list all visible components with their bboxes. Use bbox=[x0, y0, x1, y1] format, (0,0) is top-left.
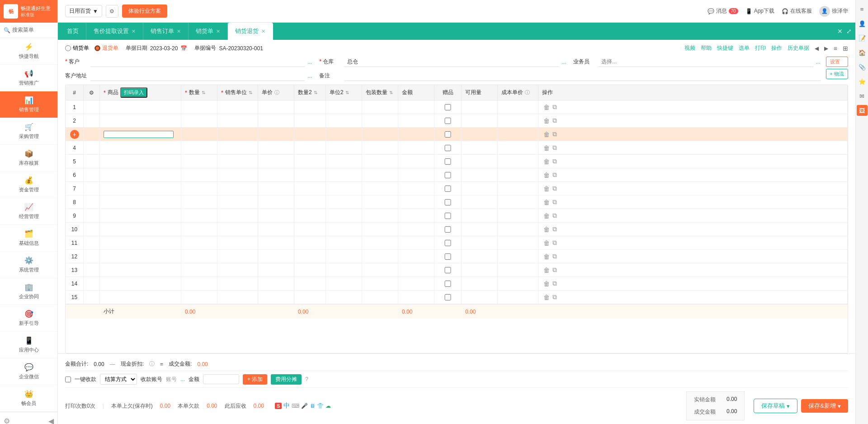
warehouse-lookup-button[interactable]: ... bbox=[561, 59, 566, 65]
history-button[interactable]: 历史单据 bbox=[788, 44, 809, 52]
save-draft-button[interactable]: 保存草稿 ▾ bbox=[754, 399, 797, 413]
row-pack[interactable] bbox=[362, 277, 398, 290]
gift-checkbox[interactable] bbox=[438, 118, 458, 124]
tab-close-sales-order[interactable]: ✕ bbox=[177, 29, 181, 34]
gift-checkbox[interactable] bbox=[438, 145, 458, 151]
print-button[interactable]: 打印 bbox=[755, 44, 766, 52]
copy-row-button[interactable]: ⧉ bbox=[552, 171, 557, 179]
row-unit2[interactable] bbox=[326, 236, 362, 249]
row-qty[interactable] bbox=[181, 209, 217, 222]
add-payment-button[interactable]: + 添加 bbox=[243, 374, 267, 385]
delete-row-button[interactable]: 🗑 bbox=[543, 172, 550, 179]
settings-button[interactable]: 设置 bbox=[826, 57, 848, 67]
right-panel-icon-5[interactable]: 📎 bbox=[857, 62, 868, 72]
row-gift[interactable] bbox=[434, 236, 462, 249]
row-qty2[interactable] bbox=[294, 155, 326, 168]
row-qty[interactable] bbox=[181, 168, 217, 181]
logistics-button[interactable]: + 物流 bbox=[826, 69, 848, 79]
row-product[interactable] bbox=[100, 182, 181, 195]
row-price[interactable] bbox=[258, 114, 294, 127]
row-pack[interactable] bbox=[362, 263, 398, 276]
row-unit2[interactable] bbox=[326, 155, 362, 168]
row-unit[interactable] bbox=[217, 223, 258, 236]
row-amount[interactable] bbox=[398, 155, 434, 168]
sidebar-item-system[interactable]: ⚙️ 系统管理 bbox=[0, 252, 57, 278]
right-panel-icon-1[interactable]: ≡ bbox=[857, 4, 868, 14]
delete-row-button[interactable]: 🗑 bbox=[543, 267, 550, 274]
discount-info-icon[interactable]: ⓘ bbox=[149, 360, 155, 368]
row-product[interactable] bbox=[100, 236, 181, 249]
delete-row-button[interactable]: 🗑 bbox=[543, 144, 550, 152]
radio-return-label[interactable]: 退货单 bbox=[94, 44, 118, 52]
row-product[interactable] bbox=[100, 155, 181, 168]
row-unit[interactable] bbox=[217, 114, 258, 127]
calendar-icon[interactable]: 📅 bbox=[180, 45, 187, 52]
account-lookup-button[interactable]: ... bbox=[180, 376, 185, 382]
unit-input[interactable] bbox=[221, 104, 254, 110]
row-unit[interactable] bbox=[217, 100, 258, 114]
row-price[interactable] bbox=[258, 223, 294, 236]
row-product[interactable] bbox=[100, 114, 181, 127]
add-row-button[interactable]: + bbox=[70, 130, 79, 139]
online-service-button[interactable]: 🎧 在线客服 bbox=[782, 7, 812, 15]
row-gift[interactable] bbox=[434, 195, 462, 209]
row-product[interactable] bbox=[100, 141, 181, 154]
row-unit2[interactable] bbox=[326, 223, 362, 236]
row-unit2[interactable] bbox=[326, 100, 362, 114]
copy-row-button[interactable]: ⧉ bbox=[552, 225, 557, 233]
row-product[interactable] bbox=[100, 128, 181, 141]
row-product[interactable] bbox=[100, 263, 181, 276]
search-menu[interactable]: 🔍 搜索菜单 bbox=[0, 23, 57, 38]
row-price[interactable] bbox=[258, 155, 294, 168]
view-grid-icon[interactable]: ⊞ bbox=[843, 45, 848, 52]
right-panel-icon-6[interactable]: ⭐ bbox=[857, 76, 868, 87]
gift-checkbox[interactable] bbox=[438, 199, 458, 205]
settings-bottom-icon[interactable]: ⚙ bbox=[4, 417, 10, 424]
radio-sales-label[interactable]: 销货单 bbox=[65, 44, 89, 52]
row-qty2[interactable] bbox=[294, 168, 326, 181]
row-qty[interactable] bbox=[181, 195, 217, 209]
product-input[interactable] bbox=[104, 118, 177, 124]
row-price[interactable] bbox=[258, 195, 294, 209]
select-button[interactable]: 选单 bbox=[739, 44, 750, 52]
row-gift[interactable] bbox=[434, 128, 462, 141]
col-header-gear[interactable]: ⚙ bbox=[84, 85, 100, 100]
address-input[interactable] bbox=[90, 71, 305, 81]
row-qty[interactable] bbox=[181, 291, 217, 304]
cost-info-icon[interactable]: ⓘ bbox=[525, 89, 530, 96]
row-amount[interactable] bbox=[398, 141, 434, 154]
row-pack[interactable] bbox=[362, 100, 398, 114]
row-amount[interactable] bbox=[398, 291, 434, 304]
tab-close-sales-delivery[interactable]: ✕ bbox=[216, 29, 220, 34]
row-product[interactable] bbox=[100, 250, 181, 263]
sidebar-item-apps[interactable]: 📱 应用中心 bbox=[0, 332, 57, 358]
row-price[interactable] bbox=[258, 100, 294, 114]
row-qty2[interactable] bbox=[294, 291, 326, 304]
row-unit[interactable] bbox=[217, 155, 258, 168]
row-gift[interactable] bbox=[434, 223, 462, 236]
row-price[interactable] bbox=[258, 141, 294, 154]
row-product[interactable] bbox=[100, 195, 181, 209]
row-gift[interactable] bbox=[434, 155, 462, 168]
right-panel-icon-7[interactable]: ✉ bbox=[857, 91, 868, 101]
gift-checkbox[interactable] bbox=[438, 131, 458, 138]
gift-checkbox[interactable] bbox=[438, 294, 458, 300]
row-qty[interactable] bbox=[181, 100, 217, 114]
copy-row-button[interactable]: ⧉ bbox=[552, 144, 557, 152]
gift-checkbox[interactable] bbox=[438, 172, 458, 178]
copy-row-button[interactable]: ⧉ bbox=[552, 252, 557, 260]
staff-lookup-button[interactable]: ... bbox=[816, 59, 821, 65]
row-unit2[interactable] bbox=[326, 263, 362, 276]
copy-row-button[interactable]: ⧉ bbox=[552, 266, 557, 274]
gift-checkbox[interactable] bbox=[438, 267, 458, 273]
sort-qty2-icon[interactable]: ⇅ bbox=[314, 90, 317, 95]
row-amount[interactable] bbox=[398, 182, 434, 195]
row-amount[interactable] bbox=[398, 168, 434, 181]
row-unit[interactable] bbox=[217, 128, 258, 141]
sidebar-item-marketing[interactable]: 📢 营销推广 bbox=[0, 65, 57, 91]
row-qty2[interactable] bbox=[294, 277, 326, 290]
row-amount[interactable] bbox=[398, 277, 434, 290]
row-gift[interactable] bbox=[434, 209, 462, 222]
row-amount[interactable] bbox=[398, 100, 434, 114]
gift-checkbox[interactable] bbox=[438, 186, 458, 192]
